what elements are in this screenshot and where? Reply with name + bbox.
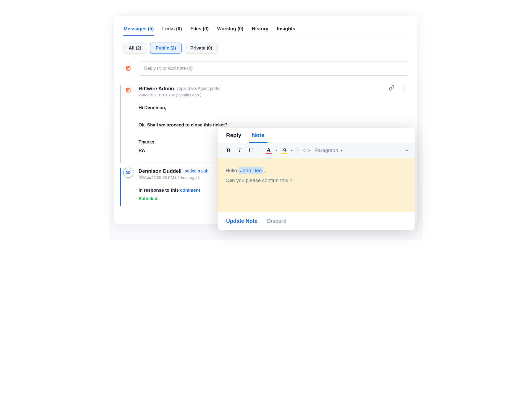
editor-tabs: Reply Note xyxy=(218,128,415,143)
svg-rect-0 xyxy=(126,67,130,71)
code-block-button[interactable]: < > xyxy=(302,148,310,153)
tab-links[interactable]: Links (0) xyxy=(162,24,183,36)
tab-label: History xyxy=(252,26,268,31)
filter-all[interactable]: All (2) xyxy=(123,43,147,54)
note-textarea[interactable]: Hello John Deo , Can you please confirm … xyxy=(218,158,415,212)
author-avatar-initials: DD xyxy=(123,168,133,178)
filter-public[interactable]: Public (2) xyxy=(150,43,182,54)
reply-row: Reply (r) or Add note (n) xyxy=(123,61,408,76)
tab-label: Links xyxy=(162,26,175,31)
note-text: Hello xyxy=(226,168,237,173)
note-editor-panel: Reply Note B I U A ▾ xyxy=(218,128,415,230)
message-author: Dennison Duddell xyxy=(139,168,182,174)
underline-button[interactable]: U xyxy=(247,147,255,154)
agent-avatar-icon xyxy=(123,63,133,73)
more-actions-icon[interactable]: ⋮ xyxy=(400,87,406,90)
comment-link[interactable]: comment xyxy=(180,188,200,193)
message-action: added a pub xyxy=(185,169,208,174)
body-text: In response to this xyxy=(139,188,180,193)
italic-button[interactable]: I xyxy=(236,147,244,154)
toolbar-more-icon[interactable]: ▾ xyxy=(406,148,408,153)
discard-button[interactable]: Discard xyxy=(267,218,286,224)
paragraph-format-select[interactable]: Paragraph xyxy=(315,147,338,153)
editor-tab-note[interactable]: Note xyxy=(252,132,265,143)
tab-history[interactable]: History xyxy=(251,24,269,36)
svg-rect-2 xyxy=(126,88,130,92)
highlight-color-button[interactable] xyxy=(280,147,288,154)
tab-label: Files xyxy=(191,26,201,31)
body-line: Hi Dennison, xyxy=(139,104,408,112)
permalink-icon[interactable] xyxy=(389,85,394,92)
reply-input[interactable]: Reply (r) or Add note (n) xyxy=(139,61,408,76)
editor-footer: Update Note Discard xyxy=(218,212,415,230)
tab-files[interactable]: Files (0) xyxy=(190,24,209,36)
tab-label: Insights xyxy=(277,26,295,31)
tab-label: Worklog xyxy=(217,26,236,31)
note-text: , xyxy=(263,168,266,173)
note-text: Can you please confirm this ? xyxy=(226,178,292,183)
satisfaction-label: Satisfied. xyxy=(139,196,159,201)
message-timestamp: 26/Mar/22 01:01 PM ( 55mins ago ) xyxy=(139,93,408,97)
message-action: replied via Agent portal xyxy=(177,86,221,91)
editor-toolbar: B I U A ▾ ▾ < > xyxy=(218,143,415,158)
tab-count: (0) xyxy=(203,26,209,31)
message-author: Riffwire Admin xyxy=(139,86,174,92)
text-color-button[interactable]: A xyxy=(265,147,273,154)
tab-count: (0) xyxy=(176,26,182,31)
tab-label: Messages xyxy=(124,26,147,31)
tab-messages[interactable]: Messages (5) xyxy=(123,24,154,36)
update-note-button[interactable]: Update Note xyxy=(226,218,258,224)
author-avatar-icon xyxy=(123,85,133,95)
svg-rect-1 xyxy=(127,68,129,69)
message-filters: All (2) Public (2) Private (0) xyxy=(123,43,408,54)
svg-rect-3 xyxy=(127,89,129,91)
main-tabs: Messages (5) Links (0) Files (0) Worklog… xyxy=(123,24,408,36)
chevron-down-icon[interactable]: ▾ xyxy=(291,149,293,152)
tab-insights[interactable]: Insights xyxy=(276,24,296,36)
chevron-down-icon[interactable]: ▾ xyxy=(275,149,277,152)
tab-count: (0) xyxy=(237,26,243,31)
tab-count: (5) xyxy=(148,26,154,31)
user-mention[interactable]: John Deo xyxy=(238,167,263,174)
bold-button[interactable]: B xyxy=(225,147,233,154)
tab-worklog[interactable]: Worklog (0) xyxy=(217,24,244,36)
editor-tab-reply[interactable]: Reply xyxy=(226,132,241,143)
filter-private[interactable]: Private (0) xyxy=(185,43,218,54)
chevron-down-icon[interactable]: ▾ xyxy=(341,149,342,152)
